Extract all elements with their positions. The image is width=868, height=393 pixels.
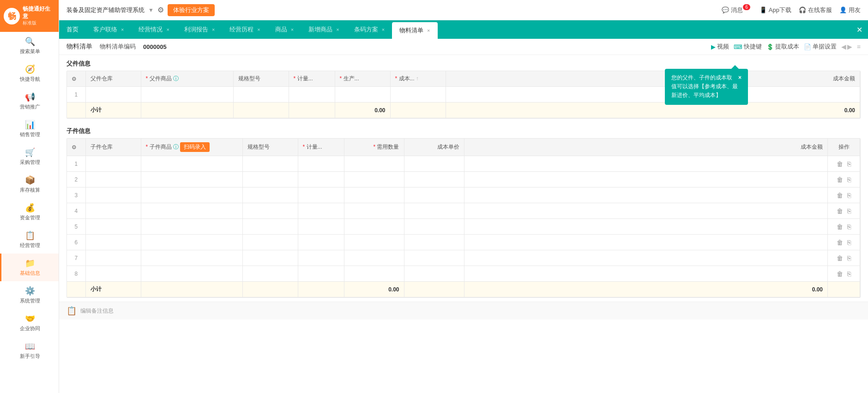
- copy-button[interactable]: ⎘: [846, 192, 852, 199]
- user-menu[interactable]: 👤 用友: [839, 6, 861, 14]
- parent-produce-cell[interactable]: [335, 87, 390, 103]
- tab-history[interactable]: 经营历程 ×: [222, 20, 267, 39]
- child-unit-cell[interactable]: [298, 203, 344, 219]
- parent-unit-cell[interactable]: [289, 87, 335, 103]
- child-spec-cell[interactable]: [242, 203, 298, 219]
- child-spec-cell[interactable]: [242, 250, 298, 266]
- child-goods-cell[interactable]: [141, 203, 242, 219]
- scan-button[interactable]: 扫码录入: [180, 142, 210, 152]
- child-goods-cell[interactable]: [141, 172, 242, 187]
- sidebar-item-purchase[interactable]: 🛒 采购管理: [0, 143, 59, 170]
- sidebar-item-quicknav[interactable]: 🧭 快捷导航: [0, 60, 59, 87]
- delete-button[interactable]: 🗑: [835, 239, 844, 246]
- child-warehouse-cell[interactable]: [85, 219, 141, 235]
- dropdown-arrow-icon[interactable]: ▼: [148, 7, 154, 13]
- tab-home[interactable]: 首页: [59, 20, 86, 39]
- tab-bom[interactable]: 物料清单 ×: [392, 22, 437, 39]
- shortcut-action[interactable]: ⌨ 快捷键: [734, 42, 762, 51]
- child-spec-cell[interactable]: [242, 156, 298, 172]
- gear-icon[interactable]: ⚙: [72, 144, 77, 151]
- setting-action[interactable]: 📄 单据设置: [804, 42, 837, 51]
- child-unit-cost-cell[interactable]: [404, 266, 464, 282]
- child-cost-amount-cell[interactable]: [464, 266, 828, 282]
- child-warehouse-cell[interactable]: [85, 203, 141, 219]
- child-goods-cell[interactable]: [141, 266, 242, 282]
- child-cost-amount-cell[interactable]: [464, 156, 828, 172]
- child-cost-amount-cell[interactable]: [464, 235, 828, 250]
- tab-newgoods[interactable]: 新增商品 ×: [301, 20, 346, 39]
- child-spec-cell[interactable]: [242, 235, 298, 250]
- child-qty-cell[interactable]: [344, 203, 404, 219]
- tab-operation-close[interactable]: ×: [166, 27, 169, 32]
- child-warehouse-cell[interactable]: [85, 250, 141, 266]
- child-unit-cost-cell[interactable]: [404, 187, 464, 203]
- child-spec-cell[interactable]: [242, 266, 298, 282]
- tab-operation[interactable]: 经营情况 ×: [131, 20, 176, 39]
- child-qty-cell[interactable]: [344, 235, 404, 250]
- child-goods-cell[interactable]: [141, 187, 242, 203]
- child-unit-cell[interactable]: [298, 219, 344, 235]
- child-goods-cell[interactable]: [141, 235, 242, 250]
- tab-newgoods-close[interactable]: ×: [336, 27, 339, 32]
- video-action[interactable]: ▶ 视频: [711, 42, 729, 51]
- copy-button[interactable]: ⎘: [846, 160, 852, 168]
- child-cost-amount-cell[interactable]: [464, 250, 828, 266]
- child-unit-cost-cell[interactable]: [404, 203, 464, 219]
- child-unit-cell[interactable]: [298, 172, 344, 187]
- tabbar-close-all[interactable]: ✕: [851, 25, 868, 34]
- copy-button[interactable]: ⎘: [846, 176, 852, 183]
- child-qty-cell[interactable]: [344, 250, 404, 266]
- service-button[interactable]: 🎧 在线客服: [799, 6, 832, 14]
- tab-profit[interactable]: 利润报告 ×: [177, 20, 222, 39]
- child-warehouse-cell[interactable]: [85, 266, 141, 282]
- copy-button[interactable]: ⎘: [846, 207, 852, 215]
- child-unit-cell[interactable]: [298, 266, 344, 282]
- tab-profit-close[interactable]: ×: [212, 27, 215, 32]
- parent-spec-cell[interactable]: [233, 87, 289, 103]
- child-unit-cell[interactable]: [298, 156, 344, 172]
- child-qty-cell[interactable]: [344, 266, 404, 282]
- child-unit-cost-cell[interactable]: [404, 250, 464, 266]
- tab-goods-close[interactable]: ×: [291, 27, 294, 32]
- parent-cost-amount-cell[interactable]: [446, 87, 860, 103]
- parent-goods-cell[interactable]: [141, 87, 233, 103]
- tooltip-close-button[interactable]: ×: [738, 73, 741, 82]
- child-unit-cost-cell[interactable]: [404, 235, 464, 250]
- delete-button[interactable]: 🗑: [835, 160, 844, 168]
- child-unit-cell[interactable]: [298, 235, 344, 250]
- child-warehouse-cell[interactable]: [85, 235, 141, 250]
- child-cost-amount-cell[interactable]: [464, 219, 828, 235]
- prev-arrow-icon[interactable]: ◀: [841, 43, 846, 50]
- message-button[interactable]: 💬 消息 6: [722, 6, 752, 14]
- next-arrow-icon[interactable]: ▶: [847, 43, 852, 50]
- child-cost-amount-cell[interactable]: [464, 187, 828, 203]
- sidebar-item-finance[interactable]: 💰 资金管理: [0, 198, 59, 226]
- tab-bom-close[interactable]: ×: [427, 28, 430, 33]
- child-qty-cell[interactable]: [344, 219, 404, 235]
- child-qty-cell[interactable]: [344, 156, 404, 172]
- sidebar-item-inventory[interactable]: 📦 库存核算: [0, 170, 59, 198]
- child-unit-cost-cell[interactable]: [404, 172, 464, 187]
- child-goods-cell[interactable]: [141, 156, 242, 172]
- copy-button[interactable]: ⎘: [846, 239, 852, 246]
- tab-barcode[interactable]: 条码方案 ×: [347, 20, 392, 39]
- th-gear[interactable]: ⚙: [67, 71, 85, 87]
- delete-button[interactable]: 🗑: [835, 270, 844, 278]
- child-cost-amount-cell[interactable]: [464, 203, 828, 219]
- copy-button[interactable]: ⎘: [846, 254, 852, 262]
- th-child-gear[interactable]: ⚙: [67, 139, 85, 156]
- child-spec-cell[interactable]: [242, 187, 298, 203]
- delete-button[interactable]: 🗑: [835, 192, 844, 199]
- child-spec-cell[interactable]: [242, 172, 298, 187]
- child-unit-cost-cell[interactable]: [404, 156, 464, 172]
- sidebar-item-basic[interactable]: 📁 基础信息: [0, 254, 59, 281]
- child-warehouse-cell[interactable]: [85, 156, 141, 172]
- child-cost-amount-cell[interactable]: [464, 172, 828, 187]
- parent-warehouse-cell[interactable]: [85, 87, 141, 103]
- copy-button[interactable]: ⎘: [846, 270, 852, 278]
- tab-goods[interactable]: 商品 ×: [268, 20, 301, 39]
- child-warehouse-cell[interactable]: [85, 187, 141, 203]
- child-unit-cell[interactable]: [298, 187, 344, 203]
- tab-barcode-close[interactable]: ×: [382, 27, 385, 32]
- child-goods-cell[interactable]: [141, 219, 242, 235]
